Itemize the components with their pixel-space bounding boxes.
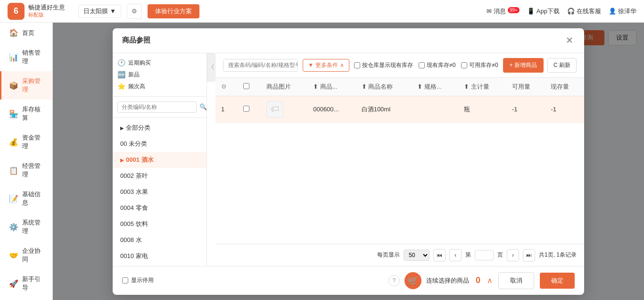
next-page-button[interactable]: › — [507, 249, 519, 261]
sidebar: 🏠首页📊销售管理📦采购管理🏪库存核算💰资金管理📋经营管理📝基础信息⚙️系统管理🤝… — [0, 23, 53, 300]
panel-collapse-button[interactable]: 《 — [207, 53, 215, 82]
category-item[interactable]: 0010 家电 — [113, 248, 206, 264]
checkbox-stock-nonzero[interactable]: 现有库存≠0 — [419, 61, 455, 69]
sidebar-item-基础信息[interactable]: 📝基础信息 — [0, 184, 52, 213]
product-search-input[interactable] — [223, 59, 298, 71]
checkbox-stock-nonzero-input[interactable] — [419, 62, 425, 68]
th-unit-sort[interactable]: ⬆ 主计量 — [464, 83, 489, 91]
main-layout: 🏠首页📊销售管理📦采购管理🏪库存核算💰资金管理📋经营管理📝基础信息⚙️系统管理🤝… — [0, 23, 644, 300]
th-stock: 现存量 — [545, 78, 584, 96]
category-item[interactable]: 0002 茶叶 — [113, 168, 206, 184]
filter-label: 更多条件 — [315, 61, 338, 69]
sidebar-label: 系统管理 — [22, 218, 45, 235]
checkbox-by-warehouse[interactable]: 按仓库显示现有库存 — [354, 61, 413, 69]
checkbox-by-warehouse-input[interactable] — [354, 62, 360, 68]
category-search-icon[interactable]: 🔍 — [199, 103, 207, 110]
checkbox-available-nonzero-input[interactable] — [461, 62, 467, 68]
select-all-checkbox[interactable] — [243, 83, 249, 89]
row-checkbox[interactable] — [243, 106, 249, 112]
th-checkbox — [238, 78, 260, 96]
cancel-button[interactable]: 取消 — [498, 272, 534, 289]
show-disabled-label[interactable]: 显示停用 — [122, 276, 154, 284]
per-page-select[interactable]: 50 100 200 — [404, 250, 429, 261]
footer-collapse-icon[interactable]: ∧ — [487, 276, 493, 285]
refresh-button[interactable]: C 刷新 — [547, 58, 577, 73]
top-nav: 6 畅捷通好生意 标配版 日太阳膜 ▼ ⚙ 体验行业方案 ✉ 消息 99+ 📱 … — [0, 0, 644, 23]
toolbar-right: + 新增商品 C 刷新 — [503, 58, 577, 73]
cat-arrow-icon: ▶ — [120, 125, 124, 131]
category-item[interactable]: 0004 零食 — [113, 200, 206, 216]
sidebar-item-应用中心[interactable]: 📱应用中心 — [0, 298, 52, 300]
sidebar-item-新手引导[interactable]: 🚀新手引导 — [0, 269, 52, 298]
logo-text-area: 畅捷通好生意 标配版 — [28, 4, 65, 19]
sidebar-item-库存核算[interactable]: 🏪库存核算 — [0, 100, 52, 128]
table-row[interactable]: 1 🏷 000600... 白酒100ml 瓶 -1 -1 — [215, 96, 584, 123]
confirm-button[interactable]: 确定 — [540, 273, 575, 289]
experience-btn[interactable]: 体验行业方案 — [148, 4, 199, 18]
sidebar-icon: ⚙️ — [9, 223, 18, 232]
th-unit: ⬆ 主计量 — [458, 78, 506, 96]
category-search-input[interactable] — [117, 101, 197, 113]
first-page-button[interactable]: ⏮ — [433, 249, 446, 261]
shortcut-frequent[interactable]: ⭐ 频次高 — [117, 81, 202, 92]
th-name-sort[interactable]: ⬆ 商品名称 — [362, 83, 393, 91]
sidebar-item-首页[interactable]: 🏠首页 — [0, 23, 52, 43]
row-image-cell: 🏷 — [261, 96, 308, 123]
app-download-btn[interactable]: 📱 App下载 — [527, 7, 560, 16]
category-item[interactable]: 0008 水 — [113, 232, 206, 248]
th-spec-sort[interactable]: ⬆ 规格... — [417, 83, 441, 91]
modal-header: 商品参照 ✕ — [113, 28, 584, 53]
sidebar-icon: 🤝 — [9, 251, 18, 260]
cart-label: 连续选择的商品 — [426, 276, 469, 285]
content-area: 查询 设置 商品参照 ✕ 🕐 — [53, 23, 644, 300]
checkbox-by-warehouse-label: 按仓库显示现有库存 — [362, 61, 413, 69]
category-item[interactable]: 0003 水果 — [113, 184, 206, 200]
category-item[interactable]: ▶0001 酒水 — [113, 152, 206, 168]
row-checkbox-cell[interactable] — [238, 96, 260, 123]
sidebar-item-系统管理[interactable]: ⚙️系统管理 — [0, 213, 52, 241]
row-code: 000600... — [307, 96, 355, 123]
product-thumbnail: 🏷 — [266, 101, 283, 118]
shortcut-new[interactable]: 🆕 新品 — [117, 69, 202, 81]
sidebar-item-采购管理[interactable]: 📦采购管理 — [0, 71, 52, 100]
sidebar-icon: 📊 — [9, 53, 18, 62]
filter-more-button[interactable]: ▼ 更多条件 ∧ — [303, 59, 349, 72]
store-select[interactable]: 日太阳膜 ▼ — [78, 5, 121, 18]
row-name: 白酒100ml — [356, 96, 412, 123]
shortcut-recent[interactable]: 🕐 近期购买 — [117, 57, 202, 69]
settings-button[interactable]: ⚙ — [127, 4, 142, 19]
th-code-sort[interactable]: ⬆ 商品... — [313, 83, 337, 91]
modal-close-button[interactable]: ✕ — [563, 35, 575, 46]
page-label: 第 — [465, 251, 471, 259]
sidebar-item-经营管理[interactable]: 📋经营管理 — [0, 156, 52, 184]
category-item[interactable]: ▶全部分类 — [113, 120, 206, 136]
sidebar-item-企业协同[interactable]: 🤝企业协同 — [0, 241, 52, 269]
modal-overlay: 商品参照 ✕ 🕐 近期购买 🆕 — [53, 23, 644, 300]
last-page-button[interactable]: ⏭ — [523, 249, 535, 261]
cart-icon-button[interactable]: 🛒 — [405, 272, 421, 289]
category-item[interactable]: 0005 饮料 — [113, 216, 206, 232]
page-number-input[interactable]: 1 — [475, 250, 494, 260]
th-image: 商品图片 — [261, 78, 308, 96]
column-settings-icon[interactable]: ⚙ — [221, 83, 227, 90]
prev-page-button[interactable]: ‹ — [449, 249, 462, 261]
th-settings[interactable]: ⚙ — [215, 78, 238, 96]
help-icon[interactable]: ? — [388, 275, 400, 286]
sidebar-label: 采购管理 — [22, 77, 45, 94]
sidebar-item-销售管理[interactable]: 📊销售管理 — [0, 43, 52, 71]
row-unit: 瓶 — [458, 96, 506, 123]
show-disabled-checkbox[interactable] — [122, 277, 128, 283]
online-service-btn[interactable]: 🎧 在线客服 — [567, 7, 601, 16]
page-suffix: 页 — [497, 251, 503, 259]
checkbox-available-nonzero[interactable]: 可用库存≠0 — [461, 61, 498, 69]
messages-btn[interactable]: ✉ 消息 99+ — [487, 7, 520, 16]
add-product-button[interactable]: + 新增商品 — [503, 58, 544, 73]
sidebar-icon: 🏠 — [9, 28, 18, 37]
category-item[interactable]: 00 未分类 — [113, 136, 206, 152]
nav-right: ✉ 消息 99+ 📱 App下载 🎧 在线客服 👤 徐泽华 — [487, 7, 636, 16]
sidebar-icon: 📦 — [9, 81, 18, 90]
show-disabled-text: 显示停用 — [131, 276, 154, 284]
user-profile-btn[interactable]: 👤 徐泽华 — [609, 7, 636, 16]
modal-title: 商品参照 — [122, 36, 150, 45]
sidebar-item-资金管理[interactable]: 💰资金管理 — [0, 128, 52, 156]
